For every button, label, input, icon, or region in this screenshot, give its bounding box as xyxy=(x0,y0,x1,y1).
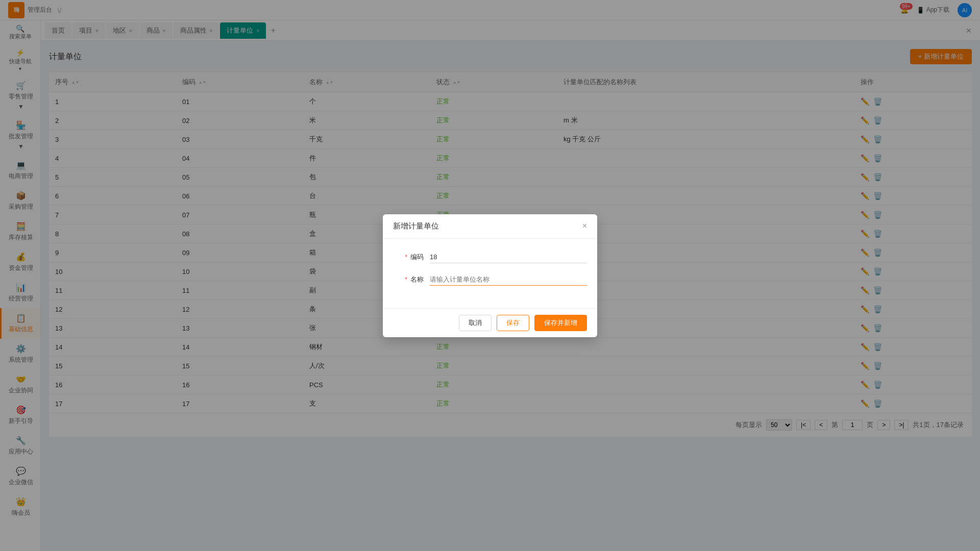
cancel-button[interactable]: 取消 xyxy=(459,315,492,331)
name-input[interactable] xyxy=(430,273,587,286)
add-unit-modal: 新增计量单位 × * 编码 * 名称 取消 保存 保存并新增 xyxy=(383,214,597,337)
form-row-name: * 名称 xyxy=(393,273,587,286)
code-label: * 编码 xyxy=(393,253,424,262)
required-mark: * xyxy=(405,276,407,283)
modal-close-button[interactable]: × xyxy=(582,221,587,231)
modal-footer: 取消 保存 保存并新增 xyxy=(383,308,597,337)
modal-body: * 编码 * 名称 xyxy=(383,239,597,308)
name-label: * 名称 xyxy=(393,275,424,284)
save-button[interactable]: 保存 xyxy=(497,315,529,331)
code-input[interactable] xyxy=(430,251,587,263)
modal-title: 新增计量单位 xyxy=(393,221,439,231)
required-mark: * xyxy=(405,253,407,261)
modal-overlay[interactable]: 新增计量单位 × * 编码 * 名称 取消 保存 保存并新增 xyxy=(0,0,980,551)
save-new-button[interactable]: 保存并新增 xyxy=(534,315,587,331)
form-row-code: * 编码 xyxy=(393,251,587,263)
modal-header: 新增计量单位 × xyxy=(383,214,597,239)
